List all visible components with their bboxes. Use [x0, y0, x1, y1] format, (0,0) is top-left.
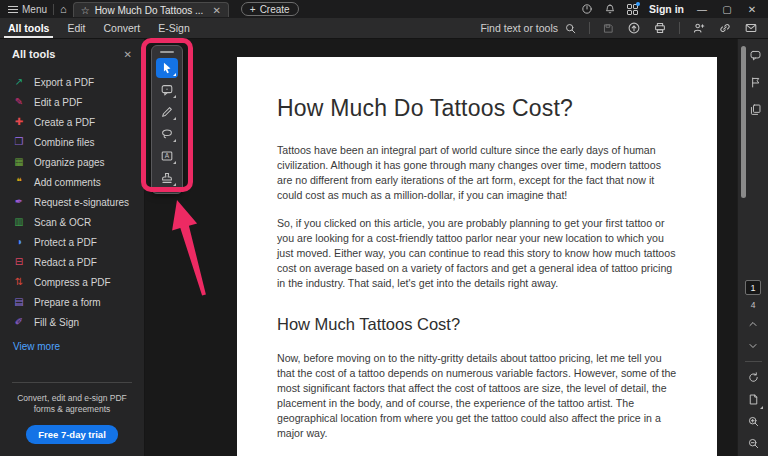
- zoom-out-icon[interactable]: [745, 435, 762, 452]
- sidebar-item-edit-a-pdf[interactable]: ✎Edit a PDF: [0, 92, 144, 112]
- sidebar-item-label: Add comments: [34, 177, 101, 188]
- prepare-form-icon: ▤: [13, 297, 25, 307]
- tab-convert[interactable]: Convert: [104, 18, 141, 38]
- sidebar-item-label: Create a PDF: [34, 117, 95, 128]
- redact-pdf-icon: ⊟: [13, 257, 25, 267]
- bookmarks-flag-icon[interactable]: [747, 74, 764, 91]
- page-view-options-icon[interactable]: [745, 391, 762, 408]
- sidebar-item-fill-sign[interactable]: ✐Fill & Sign: [0, 312, 144, 332]
- tab-e-sign[interactable]: E-Sign: [158, 18, 190, 38]
- sidebar-item-compress-a-pdf[interactable]: ⇅Compress a PDF: [0, 272, 144, 292]
- link-icon[interactable]: [718, 21, 732, 35]
- apps-grid-icon[interactable]: [627, 4, 638, 15]
- clock-icon[interactable]: [581, 3, 593, 15]
- pencil-icon: [160, 105, 174, 119]
- app-menu-button[interactable]: Menu: [8, 4, 47, 15]
- stamp-tool-button[interactable]: [156, 168, 178, 188]
- tab-all-tools[interactable]: All tools: [8, 18, 49, 38]
- print-icon[interactable]: [653, 21, 667, 35]
- total-pages-label: 4: [751, 300, 756, 310]
- page-thumbnails-icon[interactable]: [747, 101, 764, 118]
- tab-close-icon[interactable]: ✕: [212, 5, 220, 16]
- sidebar-item-protect-a-pdf[interactable]: ◑Protect a PDF: [0, 232, 144, 252]
- lasso-tool-button[interactable]: [156, 124, 178, 144]
- drag-handle[interactable]: [160, 51, 174, 53]
- scan-ocr-icon: ▥: [13, 217, 25, 227]
- text-box-icon: A: [160, 149, 174, 163]
- export-pdf-icon: ↗: [13, 77, 25, 87]
- all-tools-panel: All tools ✕ ↗Export a PDF✎Edit a PDF✚Cre…: [0, 39, 145, 456]
- rotate-page-icon[interactable]: [745, 369, 762, 386]
- divider: [53, 4, 54, 15]
- sidebar-item-label: Combine files: [34, 137, 95, 148]
- compress-pdf-icon: ⇅: [13, 277, 25, 287]
- svg-text:A: A: [165, 152, 170, 159]
- upload-cloud-icon[interactable]: [627, 21, 641, 35]
- sign-in-button[interactable]: Sign in: [649, 3, 684, 15]
- sidebar-item-organize-pages[interactable]: ▦Organize pages: [0, 152, 144, 172]
- cursor-arrow-icon: [160, 61, 174, 75]
- email-icon[interactable]: [744, 21, 758, 35]
- zoom-in-icon[interactable]: [745, 413, 762, 430]
- panel-close-icon[interactable]: ✕: [124, 49, 132, 60]
- sidebar-item-prepare-a-form[interactable]: ▤Prepare a form: [0, 292, 144, 312]
- home-icon[interactable]: ⌂: [60, 3, 67, 15]
- divider: [589, 22, 590, 34]
- comment-bubble-icon: [160, 83, 174, 97]
- free-trial-button[interactable]: Free 7-day trial: [26, 425, 118, 444]
- sidebar-item-combine-files[interactable]: ❐Combine files: [0, 132, 144, 152]
- paragraph: So, if you clicked on this article, you …: [277, 216, 677, 291]
- sidebar-item-add-comments[interactable]: ❝Add comments: [0, 172, 144, 192]
- combine-files-icon: ❐: [13, 137, 25, 147]
- search-icon: [564, 22, 577, 35]
- next-page-button[interactable]: [745, 337, 762, 354]
- promo-text: Convert, edit and e-sign PDF forms & agr…: [12, 393, 132, 415]
- sidebar-item-label: Compress a PDF: [34, 277, 111, 288]
- menu-label: Menu: [22, 4, 47, 15]
- sidebar-item-create-a-pdf[interactable]: ✚Create a PDF: [0, 112, 144, 132]
- paragraph: Now, before moving on to the nitty-gritt…: [277, 351, 677, 441]
- document-tab[interactable]: ☆ How Much Do Tattoos ... ✕: [73, 2, 229, 17]
- edit-pdf-icon: ✎: [13, 97, 25, 107]
- window-minimize-button[interactable]: —: [695, 4, 709, 15]
- save-icon[interactable]: [602, 22, 615, 35]
- quick-tools-toolbar: A: [151, 45, 183, 194]
- organize-pages-icon: ▦: [13, 157, 25, 167]
- sidebar-item-scan-ocr[interactable]: ▥Scan & OCR: [0, 212, 144, 232]
- request-esign-icon: ✒: [13, 197, 25, 207]
- vertical-scrollbar[interactable]: [741, 46, 746, 198]
- sidebar-item-label: Fill & Sign: [34, 317, 79, 328]
- plus-icon: +: [250, 4, 256, 15]
- notifications-bell-icon[interactable]: [604, 3, 616, 15]
- draw-tool-button[interactable]: [156, 102, 178, 122]
- sidebar-item-label: Request e-signatures: [34, 197, 129, 208]
- lasso-icon: [160, 127, 174, 141]
- current-page-input[interactable]: 1: [745, 280, 761, 295]
- title-bar: Menu ⌂ ☆ How Much Do Tattoos ... ✕ + Cre…: [0, 0, 768, 18]
- tab-edit[interactable]: Edit: [67, 18, 85, 38]
- find-tools-button[interactable]: Find text or tools: [480, 22, 577, 35]
- previous-page-button[interactable]: [745, 315, 762, 332]
- sidebar-item-label: Scan & OCR: [34, 217, 91, 228]
- section-heading: How Much Tattoos Cost?: [277, 315, 677, 334]
- sidebar-items: ↗Export a PDF✎Edit a PDF✚Create a PDF❐Co…: [0, 66, 144, 332]
- paragraph: Tattoos have been an integral part of wo…: [277, 143, 677, 203]
- select-tool-button[interactable]: [156, 58, 178, 78]
- sidebar-item-redact-a-pdf[interactable]: ⊟Redact a PDF: [0, 252, 144, 272]
- create-button[interactable]: + Create: [241, 2, 299, 16]
- sidebar-item-request-e-signatures[interactable]: ✒Request e-signatures: [0, 192, 144, 212]
- window-maximize-button[interactable]: ▢: [720, 4, 734, 15]
- star-icon[interactable]: ☆: [81, 5, 90, 16]
- add-comment-tool-button[interactable]: [156, 80, 178, 100]
- share-person-icon[interactable]: [692, 21, 706, 35]
- window-close-button[interactable]: ✕: [745, 4, 759, 15]
- sidebar-item-label: Protect a PDF: [34, 237, 97, 248]
- protect-pdf-icon: ◑: [13, 237, 25, 247]
- notification-dot: [636, 2, 640, 6]
- pdf-page[interactable]: How Much Do Tattoos Cost? Tattoos have b…: [237, 57, 717, 456]
- comments-panel-icon[interactable]: [747, 47, 764, 64]
- add-text-box-tool-button[interactable]: A: [156, 146, 178, 166]
- sidebar-item-label: Organize pages: [34, 157, 105, 168]
- sidebar-item-export-a-pdf[interactable]: ↗Export a PDF: [0, 72, 144, 92]
- view-more-link[interactable]: View more: [0, 332, 144, 352]
